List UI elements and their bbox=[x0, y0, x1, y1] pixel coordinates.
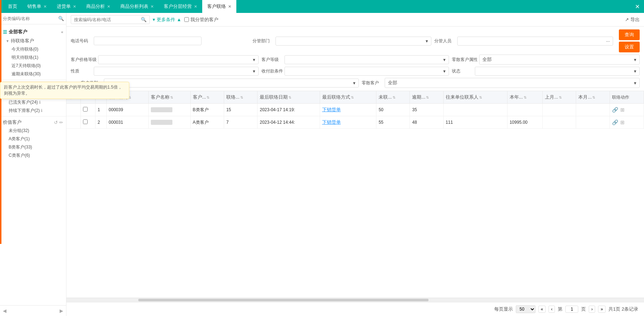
person-select[interactable]: ··· bbox=[457, 37, 613, 46]
query-button[interactable]: 查询 bbox=[619, 29, 640, 40]
action-grid-icon[interactable]: ⊞ bbox=[620, 119, 625, 125]
col-name[interactable]: 客户名称⇅ bbox=[148, 91, 190, 104]
more-conditions-btn[interactable]: ▾ 更多条件 ▲ bbox=[153, 16, 181, 23]
sidebar-pending-group: ▼ 待联络客户 今天待联络(0) 明天待联络(1) 近7天待联络(0) 逾期未联… bbox=[0, 37, 66, 78]
search-input[interactable] bbox=[74, 17, 141, 22]
sidebar-item-b-class[interactable]: B类客户(33) bbox=[0, 143, 66, 151]
chevron-down-icon-level: ▾ bbox=[443, 57, 446, 62]
content-area: 🔍 ▾ 更多条件 ▲ 我分管的客户 ↗ 导出 bbox=[66, 13, 644, 316]
my-customers-checkbox[interactable]: 我分管的客户 bbox=[184, 16, 218, 23]
col-unreply[interactable]: 未联...⇅ bbox=[376, 91, 410, 104]
sidebar-item-declining[interactable]: 持续下滑客户(2) ℹ bbox=[0, 107, 66, 115]
search-icon[interactable]: 🔍 bbox=[141, 17, 147, 22]
status-select[interactable]: ▾ bbox=[475, 67, 640, 76]
sidebar-item-tomorrow[interactable]: 明天待联络(1) bbox=[3, 53, 66, 62]
sidebar-left-arrow[interactable]: ◀ bbox=[3, 308, 6, 313]
nav-item-sales[interactable]: 销售单 ✕ bbox=[22, 0, 52, 13]
scroll-thumb[interactable] bbox=[138, 299, 428, 301]
row-name bbox=[148, 104, 190, 116]
close-icon-purchase[interactable]: ✕ bbox=[73, 4, 76, 9]
row-check-0[interactable] bbox=[83, 107, 88, 112]
row-unreply: 55 bbox=[376, 116, 410, 129]
price-level-select[interactable]: ▾ bbox=[98, 55, 259, 64]
close-icon-contact[interactable]: ✕ bbox=[228, 4, 231, 9]
sidebar-item-today[interactable]: 今天待联络(0) bbox=[3, 45, 66, 53]
nav-item-analysis[interactable]: 商品分析 ✕ bbox=[81, 0, 115, 13]
table-area: ⚙ # 客户编码⇅ 客户名称⇅ 客户...⇅ 联络...⇅ 最后联络日期⇅ 最后… bbox=[66, 91, 644, 298]
sidebar-value-group-header[interactable]: 价值客户 ↺ ✏ bbox=[0, 118, 66, 127]
sidebar-all-customers[interactable]: ☰ 全部客户 « bbox=[0, 27, 66, 37]
sidebar-search-input[interactable] bbox=[3, 16, 57, 21]
last-page-button[interactable]: » bbox=[598, 306, 606, 313]
nav-item-home[interactable]: 首页 bbox=[3, 0, 22, 13]
col-last-month[interactable]: 上月...⇅ bbox=[543, 91, 576, 104]
sidebar-right-arrow[interactable]: ▶ bbox=[60, 308, 63, 313]
sidebar-item-overdue[interactable]: 逾期未联络(30) bbox=[3, 70, 66, 78]
sidebar-item-7days[interactable]: 近7天待联络(0) bbox=[3, 62, 66, 70]
sort-icon-overdue: ⇅ bbox=[426, 95, 429, 99]
col-last-method[interactable]: 最后联络方式⇅ bbox=[320, 91, 376, 104]
col-this-month[interactable]: 本月...⇅ bbox=[576, 91, 610, 104]
customer-type-select[interactable]: ▾ bbox=[104, 79, 359, 88]
col-action: 联络动作 bbox=[610, 91, 644, 104]
nature-select[interactable]: ▾ bbox=[94, 67, 259, 76]
col-last-date[interactable]: 最后联络日期⇅ bbox=[258, 91, 320, 104]
close-icon-segment[interactable]: ✕ bbox=[194, 4, 197, 9]
retail-customer-select[interactable]: 全部 ▾ bbox=[385, 78, 640, 88]
sidebar-item-c-class[interactable]: C类客户(6) bbox=[0, 151, 66, 160]
sidebar-collapse-icon[interactable]: « bbox=[61, 30, 63, 34]
chevron-down-icon-payment: ▾ bbox=[443, 69, 446, 74]
row-contacts: 111 bbox=[443, 116, 507, 129]
close-icon-analysis[interactable]: ✕ bbox=[107, 4, 110, 9]
page-size-select[interactable]: 50 20 100 bbox=[516, 305, 536, 313]
sidebar-item-ungrouped[interactable]: 未分组(32) bbox=[0, 127, 66, 135]
close-icon-sales[interactable]: ✕ bbox=[43, 4, 47, 9]
customer-level-select[interactable]: ▾ bbox=[284, 55, 449, 64]
action-link-icon[interactable]: 🔗 bbox=[612, 119, 618, 125]
sidebar-search-icon[interactable]: 🔍 bbox=[58, 16, 64, 21]
sidebar-item-a-class[interactable]: A类客户(1) bbox=[0, 135, 66, 143]
action-link-icon[interactable]: 🔗 bbox=[612, 107, 618, 113]
page-input[interactable] bbox=[565, 306, 578, 313]
sidebar-pending-header[interactable]: ▼ 待联络客户 bbox=[3, 37, 66, 45]
export-button[interactable]: ↗ 导出 bbox=[625, 16, 640, 23]
row-this-month bbox=[576, 104, 610, 116]
my-customers-check[interactable] bbox=[184, 17, 189, 22]
col-contacts[interactable]: 往来单位联系人⇅ bbox=[443, 91, 507, 104]
row-overdue: 48 bbox=[410, 116, 443, 129]
refresh-icon[interactable]: ↺ bbox=[54, 120, 58, 125]
nav-item-customer-segment[interactable]: 客户分层经营 ✕ bbox=[159, 0, 202, 13]
close-icon-analysis-list[interactable]: ✕ bbox=[150, 4, 154, 9]
filter-status: 状态 ▾ bbox=[452, 67, 640, 76]
next-page-button[interactable]: › bbox=[589, 306, 595, 313]
horizontal-scrollbar[interactable] bbox=[66, 298, 644, 302]
window-close-button[interactable]: ✕ bbox=[635, 3, 640, 10]
payment-select[interactable]: ▾ bbox=[284, 67, 449, 76]
col-level[interactable]: 客户...⇅ bbox=[190, 91, 224, 104]
col-overdue[interactable]: 逾期...⇅ bbox=[410, 91, 443, 104]
prev-page-button[interactable]: ‹ bbox=[548, 306, 555, 313]
sort-icon-year: ⇅ bbox=[524, 95, 527, 99]
chevron-down-icon: ▲ bbox=[177, 17, 181, 22]
col-contact-count[interactable]: 联络...⇅ bbox=[224, 91, 257, 104]
nav-item-purchase[interactable]: 进货单 ✕ bbox=[52, 0, 81, 13]
dept-select[interactable]: ▾ bbox=[275, 37, 431, 46]
row-this-year: 10995.00 bbox=[507, 116, 542, 129]
sidebar-divider-1 bbox=[0, 80, 66, 80]
row-check-1[interactable] bbox=[83, 119, 88, 124]
edit-icon[interactable]: ✏ bbox=[59, 120, 63, 125]
sidebar-item-churned[interactable]: 已流失客户(24) ℹ bbox=[0, 98, 66, 107]
row-last-method[interactable]: 下销货单 bbox=[320, 116, 376, 129]
col-this-year[interactable]: 本年...⇅ bbox=[507, 91, 542, 104]
settings-button[interactable]: 设置 bbox=[619, 42, 640, 52]
first-page-button[interactable]: « bbox=[538, 306, 546, 313]
nav-item-analysis-list[interactable]: 商品分析列表 ✕ bbox=[115, 0, 159, 13]
filter-row-1: 电话号码 分管部门 ▾ 分管人员 ··· bbox=[71, 29, 640, 52]
retail-attr-select[interactable]: 全部 ▾ bbox=[479, 55, 640, 65]
row-last-method[interactable]: 下销货单 bbox=[320, 104, 376, 116]
total-label: 共1页 2条记录 bbox=[608, 306, 638, 312]
phone-input[interactable] bbox=[94, 37, 201, 45]
nav-item-customer-contact[interactable]: 客户联络 ✕ bbox=[202, 0, 236, 13]
filter-nature: 性质 ▾ bbox=[71, 67, 259, 76]
action-grid-icon[interactable]: ⊞ bbox=[620, 107, 625, 113]
